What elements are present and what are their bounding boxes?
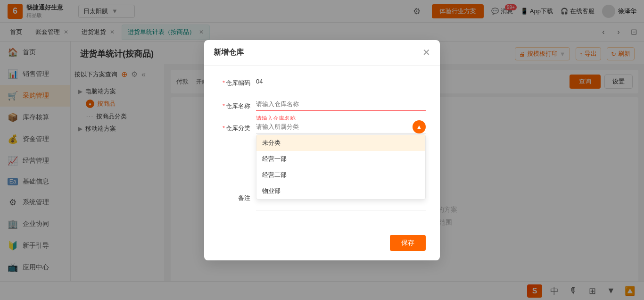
warehouse-code-input[interactable] <box>256 75 426 88</box>
notes-label: 备注 <box>218 190 256 202</box>
warehouse-name-row: 仓库名称 请输入仓库名称 <box>218 98 426 111</box>
category-select-wrap: ▲ <box>256 120 426 133</box>
warehouse-code-row: 仓库编码 <box>218 75 426 88</box>
dialog-footer: 保存 <box>204 229 440 260</box>
dropdown-item-uncategorized[interactable]: 未分类 <box>256 135 425 151</box>
dialog-header: 新增仓库 ✕ <box>204 40 440 66</box>
warehouse-name-label: 仓库名称 <box>218 98 256 110</box>
category-dropdown: 未分类 经营一部 经营二部 物业部 <box>256 134 426 200</box>
warehouse-name-input[interactable] <box>256 98 426 111</box>
warehouse-category-row: 仓库分类 ▲ 未分类 经营一部 经营二部 物业部 <box>218 120 426 133</box>
dropdown-item-ops2[interactable]: 经营二部 <box>256 167 425 183</box>
save-button[interactable]: 保存 <box>390 235 426 251</box>
dialog-body: 仓库编码 仓库名称 请输入仓库名称 仓库分类 ▲ <box>204 66 440 229</box>
dialog: 新增仓库 ✕ 仓库编码 仓库名称 请输入仓库名称 仓库分类 <box>204 40 440 260</box>
warehouse-code-label: 仓库编码 <box>218 75 256 87</box>
dropdown-item-ops1[interactable]: 经营一部 <box>256 151 425 167</box>
dropdown-item-property[interactable]: 物业部 <box>256 183 425 199</box>
dialog-overlay: 新增仓库 ✕ 仓库编码 仓库名称 请输入仓库名称 仓库分类 <box>0 0 644 300</box>
warehouse-category-label: 仓库分类 <box>218 120 256 133</box>
dialog-close-button[interactable]: ✕ <box>422 48 430 57</box>
dialog-title: 新增仓库 <box>214 48 244 58</box>
warehouse-category-input[interactable] <box>256 120 426 133</box>
category-arrow-icon[interactable]: ▲ <box>413 120 426 133</box>
